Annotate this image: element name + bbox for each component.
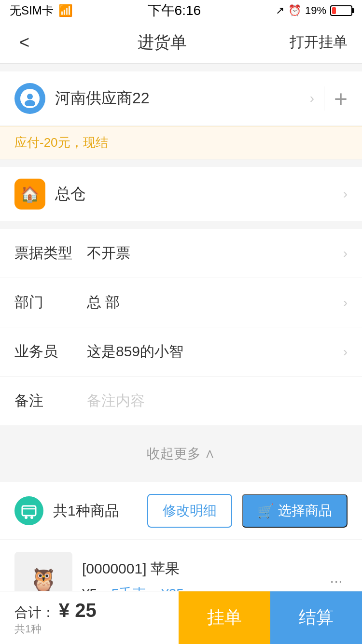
page-title: 进货单: [138, 31, 187, 54]
product-header: 共1种商品 修改明细 🛒 选择商品: [0, 482, 362, 539]
remark-label: 备注: [14, 391, 82, 411]
dept-row[interactable]: 部门 总 部 ›: [0, 278, 362, 327]
svg-rect-2: [22, 506, 36, 516]
cart-icon: [20, 502, 38, 519]
collapse-button[interactable]: 收起更多 ∧: [0, 433, 362, 475]
svg-point-0: [27, 94, 33, 99]
supplier-section: 河南供应商22 › + 应付-20元，现结: [0, 71, 362, 159]
sales-chevron-icon: ›: [343, 344, 348, 360]
product-count: 共1种商品: [53, 501, 138, 521]
time-display: 下午6:16: [148, 1, 201, 20]
sales-label: 业务员: [14, 342, 82, 362]
remark-row[interactable]: 备注 备注内容: [0, 377, 362, 425]
warehouse-section[interactable]: 🏠 总仓 ›: [0, 167, 362, 221]
alert-banner: 应付-20元，现结: [0, 126, 362, 159]
supplier-avatar: [14, 83, 45, 114]
alarm-icon: ⏰: [288, 4, 301, 17]
supplier-chevron-icon: ›: [310, 91, 314, 106]
select-icon: 🛒: [257, 503, 274, 519]
sales-value: 这是859的小智: [82, 342, 338, 362]
svg-point-3: [25, 516, 28, 519]
status-right: ↗ ⏰ 19%: [276, 4, 352, 17]
product-name: [0000001] 苹果: [82, 559, 315, 579]
product-title: 苹果: [151, 560, 180, 576]
user-icon: [22, 91, 38, 106]
suspend-button[interactable]: 挂单: [179, 591, 270, 644]
svg-point-1: [25, 100, 35, 106]
product-more-button[interactable]: ···: [325, 567, 348, 595]
battery-icon: [330, 5, 352, 16]
dept-chevron-icon: ›: [343, 295, 348, 310]
total-label: 合计：: [14, 605, 55, 620]
invoice-label: 票据类型: [14, 243, 82, 263]
avatar-inner: [20, 89, 40, 108]
total-count: 共1种: [14, 622, 164, 636]
open-pending-button[interactable]: 打开挂单: [290, 32, 348, 52]
product-icon: [14, 496, 43, 525]
warehouse-name: 总仓: [55, 183, 338, 205]
supplier-name: 河南供应商22: [55, 88, 305, 109]
product-code: [0000001]: [82, 560, 146, 576]
sales-row[interactable]: 业务员 这是859的小智 ›: [0, 327, 362, 377]
nav-bar: < 进货单 打开挂单: [0, 21, 362, 64]
carrier-text: 无SIM卡: [10, 3, 54, 18]
back-button[interactable]: <: [14, 28, 34, 57]
status-left: 无SIM卡 📶: [10, 3, 73, 18]
supplier-row[interactable]: 河南供应商22 › +: [0, 71, 362, 126]
bottom-bar: 合计： ¥ 25 共1种 挂单 结算: [0, 591, 362, 644]
remark-input[interactable]: 备注内容: [82, 391, 348, 411]
warehouse-icon: 🏠: [14, 179, 45, 210]
select-label: 选择商品: [278, 502, 332, 520]
dept-value: 总 部: [82, 293, 338, 312]
invoice-row[interactable]: 票据类型 不开票 ›: [0, 229, 362, 278]
select-product-button[interactable]: 🛒 选择商品: [242, 494, 348, 528]
total-amount: ¥ 25: [59, 600, 97, 621]
status-bar: 无SIM卡 📶 下午6:16 ↗ ⏰ 19%: [0, 0, 362, 21]
divider: [324, 86, 324, 111]
wifi-icon: 📶: [58, 4, 73, 17]
battery-percent: 19%: [305, 4, 326, 17]
form-section: 票据类型 不开票 › 部门 总 部 › 业务员 这是859的小智 › 备注 备注…: [0, 229, 362, 425]
invoice-chevron-icon: ›: [343, 246, 348, 261]
total-line: 合计： ¥ 25: [14, 600, 164, 622]
svg-point-4: [30, 516, 33, 519]
total-area: 合计： ¥ 25 共1种: [0, 600, 179, 636]
location-icon: ↗: [276, 4, 284, 17]
warehouse-row[interactable]: 🏠 总仓 ›: [0, 167, 362, 221]
battery-fill: [332, 7, 336, 14]
dept-label: 部门: [14, 293, 82, 312]
checkout-button[interactable]: 结算: [270, 591, 362, 644]
add-supplier-button[interactable]: +: [334, 85, 348, 112]
invoice-value: 不开票: [82, 243, 338, 263]
warehouse-chevron-icon: ›: [343, 186, 348, 202]
edit-detail-button[interactable]: 修改明细: [147, 494, 232, 528]
